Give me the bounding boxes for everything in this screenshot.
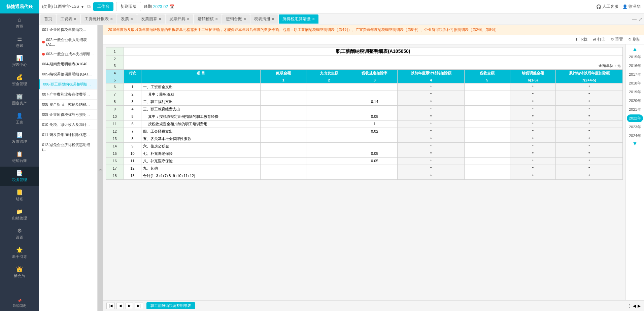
copy-icon[interactable]: ⧉ <box>87 4 91 9</box>
data-cell-col1[interactable] <box>261 142 306 150</box>
year-down-button[interactable]: ▼ <box>632 141 638 147</box>
data-cell-col2[interactable] <box>306 120 352 128</box>
close-icon[interactable]: ✕ <box>243 17 246 21</box>
data-cell-col5[interactable] <box>464 142 510 150</box>
data-cell-col2[interactable] <box>306 165 352 172</box>
data-cell-col2[interactable] <box>306 157 352 165</box>
close-icon[interactable]: ✕ <box>272 17 274 21</box>
sheet-nav-prev[interactable]: ◀ <box>116 303 124 309</box>
scroll-left-icon[interactable]: ◀ <box>633 304 636 308</box>
data-cell-col5[interactable] <box>464 98 510 105</box>
tab-payroll-stats[interactable]: 工资统计报表 ✕ <box>81 14 116 24</box>
data-cell-col3[interactable] <box>352 135 398 142</box>
tab-tax-list[interactable]: 税表清册 ✕ <box>250 14 278 24</box>
sidebar-item-archive[interactable]: 📁 归档管理 <box>0 205 39 224</box>
sheet-nav-start[interactable]: |◀ <box>106 303 115 309</box>
data-cell-col2[interactable] <box>306 98 352 105</box>
data-cell-col2[interactable] <box>306 128 352 135</box>
sidebar-item-invoice[interactable]: 🧾 发票管理 <box>0 128 39 147</box>
refresh-button[interactable]: ↻ 刷新 <box>628 37 641 42</box>
data-cell-col2[interactable] <box>306 113 352 120</box>
menu-item-012[interactable]: 012-减免企业所得税优惠明细(... <box>39 140 97 154</box>
options-icon[interactable]: ⋮ <box>627 304 631 308</box>
data-cell-col1[interactable] <box>261 83 306 91</box>
data-cell-col5[interactable] <box>464 165 510 172</box>
data-cell-col3[interactable] <box>352 165 398 172</box>
tab-invoice-calc[interactable]: 发票测算 ✕ <box>137 14 165 24</box>
close-icon[interactable]: ✕ <box>110 17 113 21</box>
data-cell-col5[interactable] <box>464 172 510 179</box>
close-icon[interactable]: ✕ <box>187 17 190 21</box>
tab-inout-verify[interactable]: 进销稽核 ✕ <box>194 14 222 24</box>
tab-expand-icon[interactable]: ⤢ <box>638 16 642 22</box>
data-cell-col1[interactable] <box>261 165 306 172</box>
menu-item-001[interactable]: 001-企业所得税年度纳税... <box>39 25 97 35</box>
switch-version-button[interactable]: 切到旧版 <box>116 2 141 11</box>
close-icon[interactable]: ✕ <box>159 17 161 21</box>
data-cell-col1[interactable] <box>261 105 306 113</box>
menu-item-006[interactable]: 006-职工薪酬纳税调整明细... <box>39 79 97 90</box>
year-2024[interactable]: 2024年 <box>627 132 643 140</box>
data-cell-col1[interactable] <box>261 128 306 135</box>
data-cell-col3[interactable] <box>352 91 398 98</box>
data-cell-col1[interactable] <box>261 98 306 105</box>
user-avatar[interactable]: 👤 徐泽华 <box>622 4 641 9</box>
tab-minimize-icon[interactable]: — <box>632 16 637 22</box>
sidebar-item-finance[interactable]: 💰 资金管理 <box>0 71 39 90</box>
menu-item-011[interactable]: 011-研发费用加计扣除优惠... <box>39 130 97 140</box>
workspace-button[interactable]: 工作台 <box>93 2 113 11</box>
year-2020[interactable]: 2020年 <box>627 97 643 105</box>
data-cell-col5[interactable] <box>464 113 510 120</box>
sidebar-item-settings[interactable]: ⚙ 设置 <box>0 224 39 243</box>
data-cell-col3[interactable] <box>352 105 398 113</box>
data-cell-col2[interactable] <box>306 142 352 150</box>
data-cell-col1[interactable] <box>261 113 306 120</box>
year-2015[interactable]: 2015年 <box>627 53 643 61</box>
scroll-right-icon[interactable]: ▶ <box>638 304 641 308</box>
menu-item-004[interactable]: 004-期间费用明细表(A1040... <box>39 59 97 69</box>
download-button[interactable]: ⬇ 下载 <box>575 37 587 42</box>
close-icon[interactable]: ✕ <box>130 17 133 21</box>
sidebar-item-ledger[interactable]: ☰ 总账 <box>0 32 39 51</box>
menu-item-003[interactable]: 003-一般企业成本支出明细... <box>39 49 97 59</box>
year-up-button[interactable]: ▲ <box>632 46 638 52</box>
data-cell-col3[interactable] <box>352 83 398 91</box>
data-cell-col1[interactable] <box>261 157 306 165</box>
sidebar-item-reports[interactable]: 📊 报表中心 <box>0 51 39 71</box>
year-2016[interactable]: 2016年 <box>627 62 643 70</box>
tab-income-tax[interactable]: 所得税汇算清缴 ✕ <box>279 14 318 24</box>
sidebar-item-purchases[interactable]: 📋 进销台账 <box>0 147 39 167</box>
menu-item-005[interactable]: 005-纳税调整项目明细表(A1... <box>39 69 97 79</box>
data-cell-col2[interactable] <box>306 172 352 179</box>
data-cell-col1[interactable] <box>261 91 306 98</box>
data-cell-col5[interactable] <box>464 83 510 91</box>
year-2018[interactable]: 2018年 <box>627 79 643 87</box>
data-cell-col2[interactable] <box>306 150 352 157</box>
year-2022[interactable]: 2022年 <box>627 114 643 122</box>
sheet-tab[interactable]: 职工薪酬纳税调整明细表 <box>146 302 195 309</box>
menu-item-008[interactable]: 008-资产折旧、摊销及纳税... <box>39 100 97 110</box>
calendar-icon[interactable]: 📅 <box>169 4 174 9</box>
data-cell-col5[interactable] <box>464 157 510 165</box>
sidebar-item-assets[interactable]: 🏢 固定资产 <box>0 90 39 109</box>
unpin-button[interactable]: 📌 取消固定 <box>0 296 39 311</box>
data-cell-col5[interactable] <box>464 120 510 128</box>
data-cell-col3[interactable] <box>352 142 398 150</box>
data-cell-col5[interactable] <box>464 128 510 135</box>
data-cell-col5[interactable] <box>464 150 510 157</box>
tab-payroll[interactable]: 工资表 ✕ <box>57 14 80 24</box>
data-cell-col2[interactable] <box>306 91 352 98</box>
data-cell-col1[interactable] <box>261 172 306 179</box>
data-cell-col2[interactable] <box>306 135 352 142</box>
data-cell-col1[interactable] <box>261 120 306 128</box>
menu-item-010[interactable]: 010-免税、减计收入及加计... <box>39 120 97 130</box>
data-cell-col2[interactable] <box>306 83 352 91</box>
collapse-menu-button[interactable]: 《 <box>98 25 103 311</box>
menu-item-007[interactable]: 007-广告费和业务宣传费明... <box>39 90 97 100</box>
close-icon[interactable]: ✕ <box>215 17 218 21</box>
print-button[interactable]: 🖨 打印 <box>592 37 606 42</box>
chevron-down-icon[interactable]: ▼ <box>80 4 84 9</box>
sidebar-item-closing[interactable]: 📒 结账 <box>0 186 39 205</box>
data-cell-col5[interactable] <box>464 135 510 142</box>
sidebar-item-member[interactable]: 👑 畅会员 <box>0 263 39 282</box>
